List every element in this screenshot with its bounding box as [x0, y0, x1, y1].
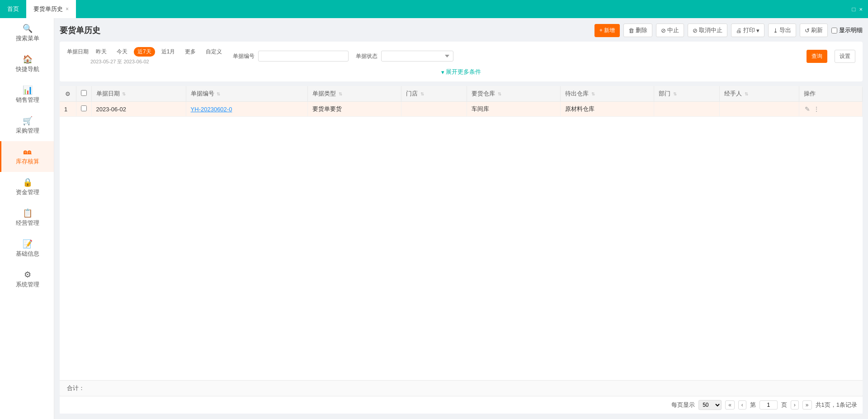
shortcut-custom[interactable]: 自定义 [202, 47, 226, 57]
table-wrapper: ⚙ 单据日期 ⇅ 单据编号 ⇅ [60, 86, 863, 380]
cancel-stop-button[interactable]: ⊘ 取消中止 [688, 24, 727, 37]
td-index: 1 [60, 102, 76, 117]
status-label: 单据状态 [356, 52, 377, 60]
filter-panel: 单据日期 昨天 今天 近7天 近1月 更多 自定义 2023-05-27 至 2… [60, 42, 863, 81]
last-page-button[interactable]: » [802, 400, 812, 409]
sort-doc-type-icon[interactable]: ⇅ [339, 91, 342, 96]
cancel-stop-icon: ⊘ [693, 27, 698, 34]
total-info: 共1页，1条记录 [816, 401, 857, 409]
th-settings[interactable]: ⚙ [60, 86, 76, 102]
sort-doc-number-icon[interactable]: ⇅ [217, 91, 220, 96]
tab-home[interactable]: 首页 [0, 0, 26, 18]
th-doc-number: 单据编号 ⇅ [186, 86, 308, 102]
td-pending-warehouse: 原材料仓库 [561, 102, 654, 117]
query-button[interactable]: 查询 [807, 50, 827, 63]
shortcut-yesterday[interactable]: 昨天 [92, 47, 110, 57]
status-filter: 单据状态 [356, 51, 799, 62]
shortcut-today[interactable]: 今天 [113, 47, 131, 57]
shortcut-more[interactable]: 更多 [181, 47, 199, 57]
search-menu-icon: 🔍 [23, 24, 33, 33]
doc-number-filter: 单据编号 [233, 51, 349, 62]
date-filter-group: 单据日期 昨天 今天 近7天 近1月 更多 自定义 2023-05-27 至 2… [67, 47, 226, 65]
sidebar-item-purchase-mgmt[interactable]: 🛒 采购管理 [0, 110, 54, 141]
th-pending-warehouse: 待出仓库 ⇅ [561, 86, 654, 102]
table-header-row: ⚙ 单据日期 ⇅ 单据编号 ⇅ [60, 86, 863, 102]
window-close[interactable]: × [859, 6, 863, 13]
stop-button[interactable]: ⊘ 中止 [656, 24, 684, 37]
row-checkbox[interactable] [81, 105, 87, 111]
shortcut-last7days[interactable]: 近7天 [134, 47, 155, 57]
show-detail-toggle[interactable]: 显示明细 [831, 26, 863, 34]
sidebar: 🔍 搜索菜单 🏠 快捷导航 📊 销售管理 🛒 采购管理 🏘 库存核算 🔒 资金管… [0, 18, 54, 419]
sort-store-icon[interactable]: ⇅ [420, 91, 424, 96]
sort-req-warehouse-icon[interactable]: ⇅ [498, 91, 501, 96]
add-button[interactable]: + 新增 [594, 24, 620, 37]
page-label: 第 [750, 401, 756, 409]
sidebar-item-operations-mgmt[interactable]: 📋 经营管理 [0, 203, 54, 233]
shortcut-last1month[interactable]: 近1月 [158, 47, 179, 57]
th-operations: 操作 [799, 86, 862, 102]
inventory-icon: 🏘 [24, 148, 32, 156]
doc-number-link[interactable]: YH-20230602-0 [191, 106, 232, 113]
sort-doc-date-icon[interactable]: ⇅ [122, 91, 126, 96]
pagination-bar: 每页显示 20 50 100 200 « ‹ 第 页 › » 共1页，1条记录 [60, 396, 863, 414]
th-store: 门店 ⇅ [401, 86, 467, 102]
sidebar-item-label: 快捷导航 [16, 65, 39, 73]
refresh-button[interactable]: ↺ 刷新 [800, 24, 828, 37]
filter-row-1: 单据日期 昨天 今天 近7天 近1月 更多 自定义 2023-05-27 至 2… [67, 47, 855, 65]
doc-number-label: 单据编号 [233, 52, 255, 60]
export-icon: ⤓ [773, 27, 778, 34]
tab-bar: 首页 要货单历史 × [0, 0, 852, 18]
sidebar-item-label: 采购管理 [16, 127, 39, 135]
sort-handler-icon[interactable]: ⇅ [745, 91, 748, 96]
status-select[interactable] [381, 51, 453, 62]
select-all-checkbox[interactable] [81, 90, 87, 96]
settings-button[interactable]: 设置 [835, 50, 855, 63]
show-detail-checkbox[interactable] [831, 28, 837, 33]
top-bar: 首页 要货单历史 × □ × [0, 0, 868, 18]
expand-more-btn[interactable]: ▾ 展开更多条件 [441, 68, 481, 76]
row-more-icon[interactable]: ⋮ [813, 105, 820, 113]
total-label: 合计： [67, 384, 85, 392]
stop-icon: ⊘ [661, 27, 666, 34]
sort-pending-warehouse-icon[interactable]: ⇅ [591, 91, 595, 96]
window-restore[interactable]: □ [852, 6, 856, 13]
sidebar-item-sales-mgmt[interactable]: 📊 销售管理 [0, 80, 54, 110]
td-department [654, 102, 720, 117]
sidebar-item-quick-nav[interactable]: 🏠 快捷导航 [0, 49, 54, 80]
sidebar-item-system-mgmt[interactable]: ⚙ 系统管理 [0, 264, 54, 295]
sidebar-item-inventory-calc[interactable]: 🏘 库存核算 [0, 141, 54, 172]
tab-close-icon[interactable]: × [66, 6, 69, 12]
page-number-input[interactable] [760, 400, 778, 409]
th-department: 部门 ⇅ [654, 86, 720, 102]
td-req-warehouse: 车间库 [467, 102, 561, 117]
page-header: 要货单历史 + 新增 🗑 删除 ⊘ 中止 ⊘ 取消中止 🖨 打印 [60, 24, 863, 37]
delete-button[interactable]: 🗑 删除 [623, 24, 652, 37]
quick-nav-icon: 🏠 [23, 55, 33, 63]
delete-icon: 🗑 [628, 27, 634, 34]
row-edit-icon[interactable]: ✎ [805, 105, 810, 113]
sidebar-item-label: 系统管理 [16, 281, 39, 289]
page-size-select[interactable]: 20 50 100 200 [698, 400, 722, 410]
sidebar-item-finance-mgmt[interactable]: 🔒 资金管理 [0, 172, 54, 203]
sidebar-item-search-menu[interactable]: 🔍 搜索菜单 [0, 18, 54, 49]
th-doc-date: 单据日期 ⇅ [91, 86, 186, 102]
first-page-button[interactable]: « [725, 400, 735, 409]
th-req-warehouse: 要货仓库 ⇅ [467, 86, 561, 102]
date-shortcuts: 昨天 今天 近7天 近1月 更多 自定义 [92, 47, 226, 57]
td-handler [719, 102, 799, 117]
page-label-suffix: 页 [781, 401, 787, 409]
sidebar-item-label: 库存核算 [16, 157, 39, 166]
next-page-button[interactable]: › [791, 400, 799, 409]
doc-number-input[interactable] [258, 51, 349, 62]
sidebar-item-basic-info[interactable]: 📝 基础信息 [0, 233, 54, 264]
td-doc-type: 要货单要货 [308, 102, 401, 117]
td-doc-number: YH-20230602-0 [186, 102, 308, 117]
tab-requisition-history[interactable]: 要货单历史 × [26, 0, 76, 18]
window-controls: □ × [852, 6, 868, 13]
td-operations: ✎ ⋮ [799, 102, 862, 117]
prev-page-button[interactable]: ‹ [738, 400, 746, 409]
print-button[interactable]: 🖨 打印 ▾ [731, 24, 764, 37]
export-button[interactable]: ⤓ 导出 [768, 24, 796, 37]
sort-department-icon[interactable]: ⇅ [673, 91, 677, 96]
